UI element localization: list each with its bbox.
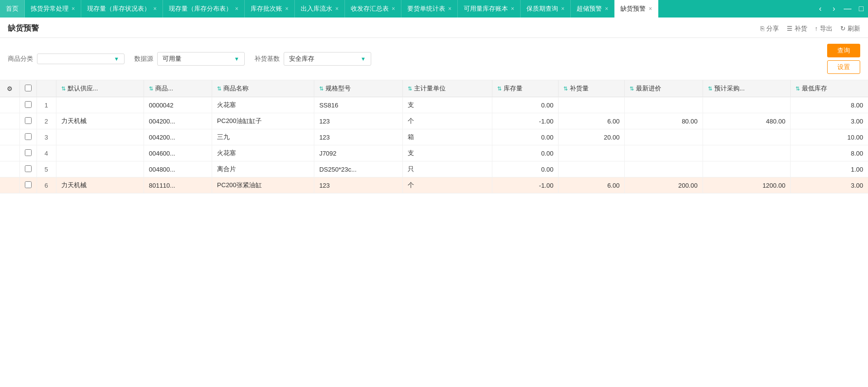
- category-label: 商品分类: [8, 54, 33, 63]
- tab-next-button[interactable]: ›: [827, 0, 841, 18]
- settings-button[interactable]: 设置: [827, 60, 860, 74]
- replenish-base-label: 补货基数: [254, 54, 280, 63]
- close-tab-inout-flow[interactable]: ×: [335, 5, 339, 12]
- close-tab-shortage[interactable]: ×: [649, 5, 652, 12]
- window-minimize-button[interactable]: —: [841, 0, 854, 18]
- close-tab-batch-account[interactable]: ×: [285, 5, 289, 12]
- row-checkbox-5[interactable]: [25, 181, 32, 188]
- spec-cell: 123: [314, 177, 403, 194]
- tab-home[interactable]: 首页: [0, 0, 25, 18]
- replenish-icon: ☰: [787, 25, 793, 32]
- spec-column-header[interactable]: ⇅ 规格型号: [314, 80, 403, 97]
- supplier-cell: [56, 97, 144, 113]
- tab-inventory-status[interactable]: 现存量（库存状况表） ×: [81, 0, 163, 18]
- query-button[interactable]: 查询: [827, 44, 860, 57]
- row-checkbox-cell[interactable]: [19, 113, 36, 129]
- row-num-cell: 5: [36, 161, 56, 177]
- row-checkbox-cell[interactable]: [19, 177, 36, 194]
- supplier-cell: 力天机械: [56, 177, 144, 194]
- tab-order-stats[interactable]: 要货单统计表 ×: [401, 0, 458, 18]
- tab-receive-summary[interactable]: 收发存汇总表 ×: [345, 0, 401, 18]
- close-tab-receive-summary[interactable]: ×: [392, 5, 395, 12]
- table-row[interactable]: 3 004200... 三九 123 箱 0.00 20.00 10.00: [0, 129, 868, 145]
- table-row[interactable]: 5 004800... 离合片 DS250*23c... 只 0.00 1.00: [0, 161, 868, 177]
- stock-cell: -1.00: [492, 177, 559, 194]
- est-purchase-column-header[interactable]: ⇅ 预计采购...: [703, 80, 790, 97]
- goods-name-cell: 三九: [212, 129, 314, 145]
- checkbox-column-header[interactable]: [19, 80, 36, 97]
- unit-cell: 个: [403, 113, 492, 129]
- goods-name-cell: 离合片: [212, 161, 314, 177]
- row-checkbox-cell[interactable]: [19, 145, 36, 161]
- category-select[interactable]: ▼: [37, 53, 125, 64]
- refresh-button[interactable]: ↻ 刷新: [840, 24, 860, 33]
- spec-cell: J7092: [314, 145, 403, 161]
- window-maximize-button[interactable]: □: [854, 0, 868, 18]
- stock-column-header[interactable]: ⇅ 库存量: [492, 80, 559, 97]
- goods-name-column-header[interactable]: ⇅ 商品名称: [212, 80, 314, 97]
- spec-cell: 123: [314, 113, 403, 129]
- settings-column-header[interactable]: ⚙: [0, 80, 19, 97]
- table-row[interactable]: 4 004600... 火花塞 J7092 支 0.00 8.00: [0, 145, 868, 161]
- supplier-column-header[interactable]: ⇅ 默认供应...: [56, 80, 144, 97]
- latest-price-column-header[interactable]: ⇅ 最新进价: [625, 80, 703, 97]
- sort-icon: ⇅: [708, 86, 712, 92]
- goods-code-column-header[interactable]: ⇅ 商品...: [144, 80, 212, 97]
- min-stock-column-header[interactable]: ⇅ 最低库存: [791, 80, 868, 97]
- est-purchase-cell: [703, 129, 790, 145]
- min-stock-cell: 8.00: [791, 97, 868, 113]
- row-settings-cell: [0, 145, 19, 161]
- min-stock-cell: 10.00: [791, 129, 868, 145]
- min-stock-cell: 1.00: [791, 161, 868, 177]
- unit-column-header[interactable]: ⇅ 主计量单位: [403, 80, 492, 97]
- est-purchase-cell: [703, 145, 790, 161]
- row-checkbox-3[interactable]: [25, 149, 32, 156]
- close-tab-order-stats[interactable]: ×: [448, 5, 452, 12]
- row-checkbox-1[interactable]: [25, 117, 32, 124]
- export-button[interactable]: ↑ 导出: [815, 24, 833, 33]
- replenish-base-select[interactable]: 安全库存 ▼: [284, 52, 371, 66]
- tab-overstock[interactable]: 超储预警 ×: [571, 0, 615, 18]
- close-tab-inventory-status[interactable]: ×: [153, 5, 157, 12]
- data-table: ⚙ ⇅ 默认供应... ⇅ 商: [0, 80, 868, 194]
- row-checkbox-cell[interactable]: [19, 129, 36, 145]
- tab-expiry-query[interactable]: 保质期查询 ×: [521, 0, 571, 18]
- replenish-button[interactable]: ☰ 补货: [787, 24, 807, 33]
- tab-inout-flow[interactable]: 出入库流水 ×: [295, 0, 345, 18]
- datasource-select[interactable]: 可用量 ▼: [157, 52, 245, 66]
- row-checkbox-4[interactable]: [25, 165, 32, 172]
- close-tab-expiry-query[interactable]: ×: [561, 5, 564, 12]
- replenish-column-header[interactable]: ⇅ 补货量: [559, 80, 625, 97]
- stock-cell: 0.00: [492, 129, 559, 145]
- row-checkbox-cell[interactable]: [19, 97, 36, 113]
- close-tab-abnormal[interactable]: ×: [72, 5, 75, 12]
- table-row[interactable]: 1 0000042 火花塞 SS816 支 0.00 8.00: [0, 97, 868, 113]
- tab-batch-account[interactable]: 库存批次账 ×: [245, 0, 295, 18]
- row-checkbox-cell[interactable]: [19, 161, 36, 177]
- close-tab-inventory-dist[interactable]: ×: [235, 5, 238, 12]
- spec-cell: SS816: [314, 97, 403, 113]
- select-all-checkbox[interactable]: [25, 85, 32, 91]
- close-tab-available-ledger[interactable]: ×: [511, 5, 514, 12]
- tab-abnormal[interactable]: 拣货异常处理 ×: [25, 0, 81, 18]
- row-checkbox-0[interactable]: [25, 101, 32, 108]
- supplier-cell: 力天机械: [56, 113, 144, 129]
- row-num-cell: 4: [36, 145, 56, 161]
- goods-code-cell: 004200...: [144, 129, 212, 145]
- sort-icon: ⇅: [563, 86, 568, 92]
- tab-shortage[interactable]: 缺货预警 ×: [615, 0, 658, 18]
- row-num-cell: 3: [36, 129, 56, 145]
- gear-icon[interactable]: ⚙: [7, 85, 13, 92]
- tab-available-ledger[interactable]: 可用量库存账本 ×: [458, 0, 521, 18]
- goods-name-cell: PC200张紧油缸: [212, 177, 314, 194]
- share-button[interactable]: ⎘ 分享: [760, 24, 779, 33]
- row-checkbox-2[interactable]: [25, 133, 32, 140]
- table-row[interactable]: 6 力天机械 801110... PC200张紧油缸 123 个 -1.00 6…: [0, 177, 868, 194]
- spec-cell: DS250*23c...: [314, 161, 403, 177]
- latest-price-cell: 200.00: [625, 177, 703, 194]
- tab-inventory-dist[interactable]: 现存量（库存分布表） ×: [163, 0, 245, 18]
- table-row[interactable]: 2 力天机械 004200... PC200油缸缸子 123 个 -1.00 6…: [0, 113, 868, 129]
- close-tab-overstock[interactable]: ×: [605, 5, 608, 12]
- supplier-cell: [56, 161, 144, 177]
- tab-prev-button[interactable]: ‹: [814, 0, 827, 18]
